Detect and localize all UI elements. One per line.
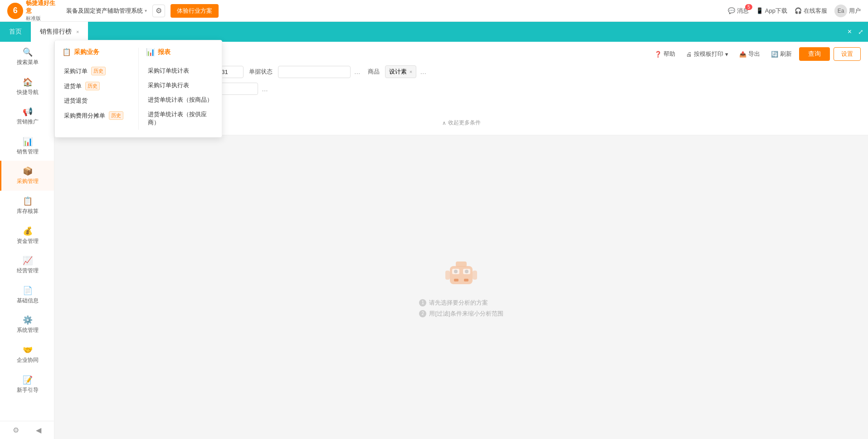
report-col-icon: 📊 <box>146 48 155 56</box>
sidebar-item-finance[interactable]: 💰 资金管理 <box>0 221 54 251</box>
help-btn[interactable]: ❓ 帮助 <box>651 48 679 60</box>
tab-close-icon[interactable]: × <box>76 29 79 35</box>
sidebar-item-system[interactable]: ⚙️ 系统管理 <box>0 310 54 340</box>
cooperation-icon: 🤝 <box>23 345 33 355</box>
svg-rect-5 <box>456 261 467 267</box>
history-badge-0: 历史 <box>91 67 106 75</box>
svg-point-9 <box>465 270 468 273</box>
purchase-icon: 📦 <box>23 166 33 176</box>
svg-rect-4 <box>464 279 468 281</box>
menu-col-report: 📊 报表 采购订单统计表 采购订单执行表 进货单统计表（按商品） 进货单统计表（… <box>138 48 222 130</box>
menu-item-order-exec[interactable]: 采购订单执行表 <box>146 78 215 93</box>
topbar: 6 畅捷通好生意 标准版 装备及固定资产辅助管理系统 ▾ ⚙ 体验行业方案 💬 … <box>0 0 868 22</box>
inventory-icon: 📋 <box>23 196 33 206</box>
topbar-left: 6 畅捷通好生意 标准版 装备及固定资产辅助管理系统 ▾ ⚙ 体验行业方案 <box>7 0 219 22</box>
menu-item-inbound[interactable]: 进货单 历史 <box>62 79 131 94</box>
svg-point-8 <box>454 270 458 273</box>
operation-icon: 📈 <box>23 256 33 266</box>
guide-icon: 📝 <box>23 375 33 385</box>
salesperson-more-btn[interactable]: … <box>260 85 270 93</box>
svg-rect-7 <box>473 271 477 280</box>
sidebar-item-search[interactable]: 🔍 搜索菜单 <box>0 42 54 72</box>
print-btn[interactable]: 🖨 按模板打印 ▾ <box>683 48 732 60</box>
purchase-dropdown-menu: 📋 采购业务 采购订单 历史 进货单 历史 进货退货 采购费用分摊单 历史 📊 … <box>54 40 222 138</box>
menu-item-expense[interactable]: 采购费用分摊单 历史 <box>62 108 131 123</box>
sales-icon: 📊 <box>23 137 33 147</box>
message-badge: 5 <box>745 4 752 10</box>
sidebar-settings-btn[interactable]: ⚙ <box>13 426 19 434</box>
online-service-btn[interactable]: 🎧 在线客服 <box>795 7 827 15</box>
product-label: 商品 <box>368 68 380 76</box>
marketing-icon: 📢 <box>23 107 33 117</box>
voucher-status-more-btn[interactable]: … <box>352 68 362 75</box>
history-badge-3: 历史 <box>109 111 123 120</box>
tab-home[interactable]: 首页 <box>0 22 31 42</box>
empty-tips: 1 请先选择要分析的方案 2 用[过滤]条件来缩小分析范围 <box>419 299 503 318</box>
history-badge-1: 历史 <box>85 82 100 90</box>
sidebar-item-guide[interactable]: 📝 新手引导 <box>0 370 54 400</box>
message-icon: 💬 <box>728 7 735 14</box>
help-icon: ❓ <box>654 51 662 58</box>
print-icon: 🖨 <box>686 51 692 58</box>
menu-item-return[interactable]: 进货退货 <box>62 94 131 108</box>
sidebar: 🔍 搜索菜单 🏠 快捷导航 📢 营销推广 📊 销售管理 📦 采购管理 📋 库存核… <box>0 42 54 439</box>
user-menu-btn[interactable]: Ea 用户 <box>834 5 861 17</box>
system-title: 装备及固定资产辅助管理系统 <box>66 7 143 15</box>
sidebar-collapse-btn[interactable]: ◀ <box>36 426 41 434</box>
empty-illustration <box>439 257 484 293</box>
export-icon: 📤 <box>739 51 746 58</box>
sidebar-item-operation[interactable]: 📈 经营管理 <box>0 250 54 280</box>
home-icon: 🏠 <box>23 77 33 87</box>
tab-sales-rank[interactable]: 销售排行榜 × <box>31 22 88 42</box>
menu-item-inbound-stat-supplier[interactable]: 进货单统计表（按供应商） <box>146 107 215 130</box>
app-download-btn[interactable]: 📱 App下载 <box>756 7 787 15</box>
sidebar-item-inventory[interactable]: 📋 库存核算 <box>0 191 54 221</box>
close-all-tabs-btn[interactable]: × <box>848 28 852 36</box>
settings-icon-btn[interactable]: ⚙ <box>152 5 165 17</box>
expand-tab-btn[interactable]: ⤢ <box>858 28 863 35</box>
collapse-icon: ∧ <box>442 120 446 126</box>
basic-info-icon: 📄 <box>23 286 33 296</box>
navtabs: 首页 销售排行榜 × × ⤢ <box>0 22 868 42</box>
purchase-col-icon: 📋 <box>62 48 71 56</box>
sidebar-item-marketing[interactable]: 📢 营销推广 <box>0 101 54 131</box>
industry-btn[interactable]: 体验行业方案 <box>171 4 219 18</box>
svg-rect-0 <box>450 266 473 284</box>
svg-rect-6 <box>445 271 450 280</box>
refresh-icon: 🔄 <box>771 51 778 58</box>
headset-icon: 🎧 <box>795 7 802 14</box>
voucher-status-label: 单据状态 <box>249 68 273 76</box>
logo-text: 畅捷通好生意 标准版 <box>26 0 61 22</box>
sidebar-bottom: ⚙ ◀ <box>0 421 54 439</box>
sidebar-item-sales[interactable]: 📊 销售管理 <box>0 131 54 161</box>
product-tag-remove[interactable]: × <box>410 69 412 74</box>
voucher-status-select[interactable] <box>278 66 351 78</box>
empty-state: 1 请先选择要分析的方案 2 用[过滤]条件来缩小分析范围 <box>54 135 868 439</box>
sidebar-item-quick-nav[interactable]: 🏠 快捷导航 <box>0 72 54 102</box>
logo-icon: 6 <box>7 3 23 19</box>
refresh-btn[interactable]: 🔄 刷新 <box>767 48 795 60</box>
sidebar-item-cooperation[interactable]: 🤝 企业协同 <box>0 340 54 370</box>
product-filter-tag: 设计素 × <box>385 65 416 78</box>
sidebar-item-purchase[interactable]: 📦 采购管理 <box>0 161 54 191</box>
system-title-area[interactable]: 装备及固定资产辅助管理系统 ▾ <box>66 7 147 15</box>
menu-item-order-stat[interactable]: 采购订单统计表 <box>146 64 215 78</box>
menu-col-report-title: 📊 报表 <box>146 48 215 59</box>
phone-icon: 📱 <box>756 7 763 14</box>
system-icon: ⚙️ <box>23 315 33 325</box>
set-btn[interactable]: 设置 <box>834 47 861 61</box>
product-more-btn[interactable]: … <box>418 68 428 75</box>
logo-area: 6 畅捷通好生意 标准版 <box>7 0 61 22</box>
system-dropdown-arrow: ▾ <box>145 8 147 13</box>
print-dropdown-icon: ▾ <box>725 51 728 58</box>
menu-item-inbound-stat-product[interactable]: 进货单统计表（按商品） <box>146 93 215 107</box>
svg-rect-3 <box>454 279 458 281</box>
finance-icon: 💰 <box>23 226 33 236</box>
toolbar-right: ❓ 帮助 🖨 按模板打印 ▾ 📤 导出 🔄 刷新 <box>651 47 861 61</box>
message-btn[interactable]: 💬 消息 5 <box>728 7 749 15</box>
export-btn[interactable]: 📤 导出 <box>736 48 764 60</box>
menu-item-purchase-order[interactable]: 采购订单 历史 <box>62 64 131 79</box>
query-btn[interactable]: 查询 <box>799 47 830 61</box>
topbar-right: 💬 消息 5 📱 App下载 🎧 在线客服 Ea 用户 <box>728 5 861 17</box>
sidebar-item-basic-info[interactable]: 📄 基础信息 <box>0 280 54 310</box>
